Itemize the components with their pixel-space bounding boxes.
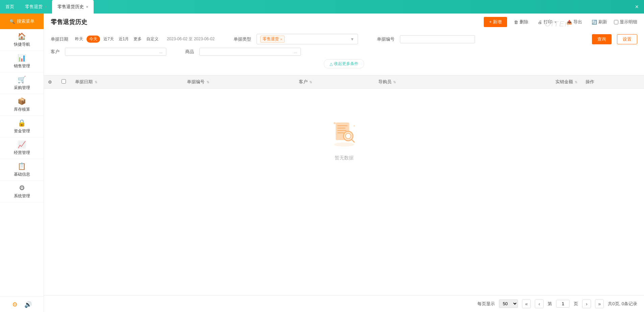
date-opt-yesterday[interactable]: 昨天: [74, 36, 85, 42]
doc-no-input-box[interactable]: [400, 35, 475, 43]
sidebar: 🔍 搜索菜单 🏠 快捷导航 📊 销售管理 🛒 采购管理 📦 库存核算 🔒 资金管…: [0, 14, 44, 312]
delete-icon: 🗑: [514, 20, 518, 25]
empty-text: 暂无数据: [335, 155, 354, 161]
empty-illustration: [327, 116, 361, 150]
new-button[interactable]: + 新增: [484, 17, 507, 27]
page-suffix: 页: [574, 301, 578, 307]
svg-point-9: [334, 122, 336, 124]
product-input[interactable]: [203, 49, 271, 54]
table-header-row: ⚙ 单据日期 ⇅ 单据编号 ⇅: [44, 75, 644, 89]
total-info: 共0页, 0条记录: [608, 301, 637, 307]
sidebar-item-finance[interactable]: 🔒 资金管理: [0, 116, 44, 137]
th-guide-label: 导购员: [378, 79, 391, 84]
tab-retail-return-history[interactable]: 零售退货历史 ×: [52, 0, 93, 14]
home-icon: 🏠: [18, 32, 26, 40]
th-guide: 导购员 ⇅: [374, 75, 470, 89]
svg-rect-3: [337, 128, 345, 129]
filter-row-2: 客户 ... 商品 ...: [51, 48, 637, 56]
doc-type-tag-close[interactable]: ×: [280, 37, 282, 41]
per-page-select[interactable]: 10 20 50 100: [499, 299, 518, 308]
export-label: 导出: [573, 19, 582, 25]
sidebar-item-purchase[interactable]: 🛒 采购管理: [0, 72, 44, 94]
date-opt-1month[interactable]: 近1月: [117, 36, 130, 42]
settings-button[interactable]: 设置: [617, 34, 637, 44]
svg-rect-2: [337, 125, 348, 126]
page-header: 零售退货历史 + 新增 🗑 删除 🖨 打印 ▼ 📤 导出: [44, 14, 644, 75]
tab-retail-return-label: 零售退货: [25, 4, 43, 10]
toolbar: + 新增 🗑 删除 🖨 打印 ▼ 📤 导出 🔄: [484, 17, 637, 27]
show-detail-label: 显示明细: [620, 19, 637, 25]
sidebar-item-sales-label: 销售管理: [14, 63, 30, 69]
product-select[interactable]: ...: [199, 48, 301, 56]
collapse-icon: △: [330, 62, 333, 66]
date-opt-7days[interactable]: 近7天: [102, 36, 115, 42]
print-button[interactable]: 🖨 打印 ▼: [535, 18, 560, 26]
page-title: 零售退货历史: [51, 18, 87, 26]
show-detail-checkbox[interactable]: 显示明细: [614, 19, 637, 25]
collapse-button[interactable]: △ 收起更多条件: [324, 59, 364, 68]
sidebar-item-operation[interactable]: 📈 经营管理: [0, 137, 44, 159]
page-next-button[interactable]: ›: [582, 299, 591, 308]
export-icon: 📤: [567, 20, 572, 25]
filter-area: 单据日期 昨天 今天 近7天 近1月 更多 自定义 2023-06-02 至 2…: [51, 30, 637, 75]
tab-home-label: 首页: [5, 4, 14, 10]
page-first-button[interactable]: «: [522, 299, 531, 308]
date-opt-custom[interactable]: 自定义: [145, 36, 160, 42]
sidebar-item-basic-info[interactable]: 📋 基础信息: [0, 159, 44, 181]
page-last-button[interactable]: »: [595, 299, 604, 308]
show-detail-input[interactable]: [614, 20, 618, 24]
export-button[interactable]: 📤 导出: [564, 18, 585, 26]
window-close-button[interactable]: ×: [629, 3, 644, 10]
tab-retail-return-history-label: 零售退货历史: [57, 4, 84, 10]
sort-guide-icon[interactable]: ⇅: [393, 80, 396, 84]
settings-gear-icon[interactable]: ⚙: [48, 80, 52, 85]
refresh-label: 刷新: [598, 19, 607, 25]
sidebar-search-label: 搜索菜单: [17, 18, 34, 24]
page-prev-button[interactable]: ‹: [535, 299, 544, 308]
sidebar-item-sales[interactable]: 📊 销售管理: [0, 51, 44, 72]
sidebar-item-finance-label: 资金管理: [14, 128, 30, 134]
select-all-checkbox[interactable]: [62, 79, 66, 84]
sidebar-search[interactable]: 🔍 搜索菜单: [0, 14, 44, 29]
doc-no-input[interactable]: [404, 37, 471, 42]
date-range-value: 2023-06-02 至 2023-06-02: [167, 36, 214, 42]
tab-retail-return-history-close[interactable]: ×: [86, 5, 88, 9]
system-icon: ⚙: [19, 184, 25, 192]
sort-no-icon[interactable]: ⇅: [207, 80, 209, 84]
footer-bar: 每页显示 10 20 50 100 « ‹ 第 页 › » 共0页, 0条记录: [44, 295, 644, 312]
query-button[interactable]: 查询: [592, 34, 612, 44]
customer-label: 客户: [51, 49, 59, 55]
svg-rect-5: [337, 132, 344, 133]
tab-retail-return-close[interactable]: ×: [45, 5, 47, 9]
customer-input[interactable]: [69, 49, 136, 54]
date-opt-today[interactable]: 今天: [87, 36, 100, 43]
empty-state: 暂无数据: [44, 89, 644, 188]
sort-amount-icon[interactable]: ⇅: [575, 80, 577, 84]
purchase-icon: 🛒: [18, 75, 26, 84]
doc-type-select[interactable]: 零售退货 × ▼: [257, 34, 358, 44]
sort-date-icon[interactable]: ⇅: [95, 80, 97, 84]
th-no: 单据编号 ⇅: [183, 75, 295, 89]
th-date-label: 单据日期: [75, 79, 93, 84]
tab-retail-return[interactable]: 零售退货 ×: [20, 0, 52, 14]
print-dropdown-icon: ▼: [554, 20, 557, 24]
refresh-button[interactable]: 🔄 刷新: [589, 18, 610, 26]
sidebar-item-system[interactable]: ⚙ 系统管理: [0, 181, 44, 202]
tab-home[interactable]: 首页: [0, 0, 20, 14]
settings-icon[interactable]: ⚙: [12, 301, 18, 308]
basic-info-icon: 📋: [18, 162, 26, 170]
sidebar-item-quick-nav[interactable]: 🏠 快捷导航: [0, 29, 44, 51]
page-input[interactable]: [556, 300, 570, 308]
th-settings[interactable]: ⚙: [44, 75, 57, 89]
finance-icon: 🔒: [18, 119, 26, 127]
svg-line-8: [352, 139, 354, 142]
th-date: 单据日期 ⇅: [71, 75, 183, 89]
sidebar-item-inventory[interactable]: 📦 库存核算: [0, 94, 44, 116]
volume-icon[interactable]: 🔊: [24, 301, 32, 308]
th-checkbox[interactable]: [57, 75, 71, 89]
delete-button[interactable]: 🗑 删除: [511, 18, 531, 26]
date-opt-more[interactable]: 更多: [132, 36, 143, 42]
customer-select[interactable]: ...: [65, 48, 166, 56]
sort-customer-icon[interactable]: ⇅: [309, 80, 312, 84]
sidebar-item-operation-label: 经营管理: [14, 150, 30, 156]
